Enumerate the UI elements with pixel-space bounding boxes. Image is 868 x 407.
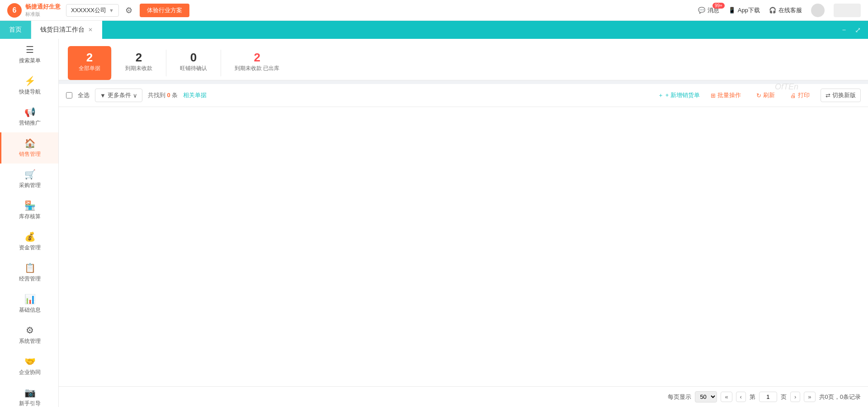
page-prefix: 第 — [750, 393, 755, 401]
app-download-label: App下载 — [738, 6, 760, 14]
next-page-button[interactable]: › — [790, 392, 800, 402]
card-wangpu-confirm[interactable]: 0 旺铺待确认 — [166, 46, 221, 80]
download-icon: 📱 — [728, 7, 736, 14]
batch-label: 批量操作 — [717, 91, 741, 99]
card-wangpu-count: 0 — [180, 51, 207, 65]
sidebar-label-guide: 新手引导 — [19, 400, 41, 407]
main-layout: ☰ 搜索菜单 ⚡ 快捷导航 📢 营销推广 🏠 销售管理 🛒 采购管理 🏪 库存核… — [0, 39, 868, 407]
first-page-button[interactable]: « — [721, 392, 732, 402]
sidebar-label-sales: 销售管理 — [19, 150, 41, 158]
sidebar: ☰ 搜索菜单 ⚡ 快捷导航 📢 营销推广 🏠 销售管理 🛒 采购管理 🏪 库存核… — [0, 39, 59, 407]
card-overdue-shipped[interactable]: 2 到期未收款 已出库 — [221, 46, 293, 80]
online-service-label: 在线客服 — [778, 6, 802, 14]
message-action[interactable]: 💬 消息 99+ — [698, 6, 719, 14]
sales-icon: 🏠 — [24, 138, 36, 149]
total-records-label: 共0页，0条记录 — [819, 393, 861, 401]
filter-button[interactable]: ▼ 更多条件 ∨ — [95, 89, 142, 102]
sidebar-item-sales[interactable]: 🏠 销售管理 — [0, 132, 58, 164]
switch-label: 切换新版 — [832, 91, 856, 99]
print-button[interactable]: 🖨 打印 — [786, 89, 814, 102]
sidebar-item-purchase[interactable]: 🛒 采购管理 — [0, 164, 58, 195]
per-page-select[interactable]: 50 — [695, 391, 717, 402]
sidebar-item-search[interactable]: ☰ 搜索菜单 — [0, 39, 58, 70]
operations-icon: 📋 — [24, 262, 36, 273]
batch-icon: ⊞ — [711, 92, 716, 99]
tab-close-icon[interactable]: ✕ — [88, 27, 93, 33]
page-number-input[interactable] — [759, 392, 777, 402]
company-selector[interactable]: XXXXXX公司 ▼ — [66, 4, 119, 17]
sidebar-item-marketing[interactable]: 📢 营销推广 — [0, 101, 58, 132]
switch-version-button[interactable]: ⇄ 切换新版 — [821, 89, 861, 102]
card-all-label: 全部单据 — [79, 65, 100, 71]
print-icon: 🖨 — [790, 92, 796, 99]
settings-icon[interactable]: ⚙ — [123, 4, 134, 17]
purchase-icon: 🛒 — [24, 169, 36, 180]
sidebar-label-basicinfo: 基础信息 — [19, 306, 41, 314]
logo-text: 畅捷通好生意 标准版 — [25, 3, 61, 18]
sidebar-item-basicinfo[interactable]: 📊 基础信息 — [0, 288, 58, 319]
enterprise-icon: 🤝 — [24, 356, 36, 367]
minimize-icon[interactable]: － — [839, 23, 849, 37]
filter-chevron-icon: ∨ — [133, 92, 137, 99]
logo-icon: 6 — [7, 3, 22, 18]
sidebar-item-quicknav[interactable]: ⚡ 快捷导航 — [0, 70, 58, 101]
online-service-action[interactable]: 🎧 在线客服 — [769, 6, 802, 14]
print-label: 打印 — [798, 91, 810, 99]
new-btn-label: + 新增销货单 — [665, 91, 700, 99]
guide-icon: 📷 — [24, 387, 36, 398]
found-unit: 条 — [172, 92, 178, 98]
plus-icon: ＋ — [658, 91, 664, 99]
sidebar-item-enterprise[interactable]: 🤝 企业协同 — [0, 351, 58, 382]
nav-tab-actions: － ⤢ — [839, 23, 868, 37]
message-icon: 💬 — [698, 7, 705, 14]
system-icon: ⚙ — [26, 325, 34, 336]
card-overdue-shipped-label: 到期未收款 已出库 — [235, 65, 279, 71]
header-right: 💬 消息 99+ 📱 App下载 🎧 在线客服 — [698, 4, 861, 17]
maximize-icon[interactable]: ⤢ — [853, 24, 863, 36]
found-count: 0 — [167, 92, 170, 98]
sidebar-label-finance: 资金管理 — [19, 244, 41, 252]
logo-area: 6 畅捷通好生意 标准版 — [7, 3, 66, 18]
filter-label: 更多条件 — [108, 91, 131, 99]
switch-icon: ⇄ — [826, 92, 830, 99]
tab-qianhuoricqing[interactable]: 钱货日清工作台 ✕ — [31, 21, 102, 39]
search-menu-icon: ☰ — [26, 44, 34, 55]
card-overdue-receivable[interactable]: 2 到期未收款 — [112, 46, 166, 80]
pagination: 每页显示 50 « ‹ 第 页 › » 共0页，0条记录 — [59, 386, 868, 407]
company-name: XXXXXX公司 — [71, 6, 106, 14]
prev-page-button[interactable]: ‹ — [736, 392, 746, 402]
sidebar-label-quicknav: 快捷导航 — [19, 88, 41, 96]
avatar[interactable] — [811, 4, 825, 17]
tab-home[interactable]: 首页 — [0, 21, 31, 39]
select-all-checkbox[interactable] — [66, 92, 72, 98]
sidebar-item-finance[interactable]: 💰 资金管理 — [0, 226, 58, 257]
sidebar-item-inventory[interactable]: 🏪 库存核算 — [0, 195, 58, 226]
sidebar-label-marketing: 营销推广 — [19, 119, 41, 127]
sidebar-item-operations[interactable]: 📋 经营管理 — [0, 257, 58, 288]
card-overdue-count: 2 — [125, 51, 152, 65]
user-menu[interactable] — [834, 4, 861, 17]
experience-button[interactable]: 体验行业方案 — [140, 4, 189, 17]
batch-operation-button[interactable]: ⊞ 批量操作 — [706, 89, 745, 102]
select-all-label: 全选 — [78, 91, 90, 99]
chevron-down-icon: ▼ — [109, 8, 114, 13]
table-area — [59, 107, 868, 386]
card-overdue-label: 到期未收款 — [125, 65, 152, 71]
app-download-action[interactable]: 📱 App下载 — [728, 6, 760, 14]
sidebar-item-system[interactable]: ⚙ 系统管理 — [0, 319, 58, 351]
tab-qianhuoricqing-label: 钱货日清工作台 — [40, 26, 85, 34]
card-wangpu-label: 旺铺待确认 — [180, 65, 207, 71]
related-orders-link[interactable]: 相关单据 — [183, 91, 207, 99]
service-icon: 🎧 — [769, 7, 776, 14]
refresh-button[interactable]: ↻ 刷新 — [752, 89, 779, 102]
top-header: 6 畅捷通好生意 标准版 XXXXXX公司 ▼ ⚙ 体验行业方案 💬 消息 99… — [0, 0, 868, 21]
last-page-button[interactable]: » — [804, 392, 815, 402]
marketing-icon: 📢 — [24, 107, 36, 117]
card-all-orders[interactable]: 2 全部单据 — [68, 46, 111, 80]
found-text: 共找到 0 条 — [148, 91, 178, 99]
inventory-icon: 🏪 — [24, 200, 36, 211]
quicknav-icon: ⚡ — [24, 75, 36, 86]
new-sales-order-button[interactable]: ＋ + 新增销货单 — [658, 91, 700, 99]
sidebar-item-guide[interactable]: 📷 新手引导 — [0, 382, 58, 407]
refresh-label: 刷新 — [763, 91, 775, 99]
